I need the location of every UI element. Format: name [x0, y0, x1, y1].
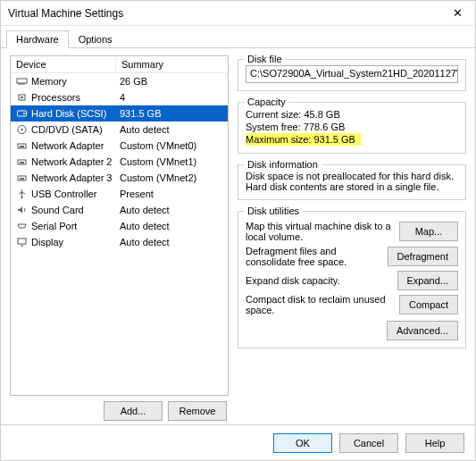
cancel-button[interactable]: Cancel	[339, 433, 398, 453]
device-name: Processors	[31, 92, 120, 103]
add-button[interactable]: Add...	[104, 401, 163, 421]
table-row[interactable]: Network Adapter 3Custom (VMnet2)	[11, 170, 228, 186]
ok-button[interactable]: OK	[273, 433, 332, 453]
tabstrip: Hardware Options	[1, 26, 475, 48]
svg-point-10	[21, 129, 22, 130]
svg-point-8	[23, 113, 25, 114]
svg-rect-0	[17, 79, 27, 83]
expand-button[interactable]: Expand...	[397, 271, 458, 290]
remove-button[interactable]: Remove	[168, 401, 227, 421]
col-summary: Summary	[116, 56, 228, 72]
defragment-button[interactable]: Defragment	[388, 247, 458, 266]
help-button[interactable]: Help	[405, 433, 464, 453]
table-row[interactable]: Sound CardAuto detect	[11, 202, 228, 218]
device-summary: Custom (VMnet1)	[120, 156, 224, 167]
device-table-header: Device Summary	[11, 56, 228, 73]
dialog-body: Device Summary Memory26 GBProcessors4Har…	[1, 48, 475, 424]
device-name: Serial Port	[31, 221, 120, 231]
capacity-current: Current size: 45.8 GB	[246, 108, 458, 121]
device-name: Network Adapter 3	[31, 172, 120, 183]
disk-file-legend: Disk file	[244, 55, 286, 64]
device-list[interactable]: Memory26 GBProcessors4Hard Disk (SCSI)93…	[11, 73, 228, 395]
svg-rect-16	[20, 178, 24, 180]
capacity-sysfree: System free: 778.6 GB	[246, 121, 458, 133]
display-icon	[14, 236, 29, 248]
disk-info-line2: Hard disk contents are stored in a singl…	[246, 181, 458, 192]
device-summary: 26 GB	[120, 76, 224, 87]
cpu-icon	[14, 91, 29, 104]
table-row[interactable]: Network Adapter 2Custom (VMnet1)	[11, 154, 228, 170]
net-icon	[14, 172, 29, 184]
tab-options[interactable]: Options	[69, 30, 122, 48]
disk-icon	[14, 107, 29, 120]
serial-icon	[14, 220, 29, 232]
device-name: Network Adapter	[31, 140, 120, 151]
advanced-button[interactable]: Advanced...	[387, 321, 458, 340]
capacity-max: Maximum size: 931.5 GB	[246, 133, 361, 146]
disk-file-path[interactable]: C:\SO72900A_Virtual_System21HD_20201127\…	[246, 65, 458, 83]
device-summary: Present	[120, 189, 224, 199]
svg-rect-12	[20, 146, 24, 147]
col-device: Device	[11, 56, 116, 72]
device-actions: Add... Remove	[10, 396, 229, 421]
compact-button[interactable]: Compact	[399, 295, 458, 314]
device-summary: Auto detect	[120, 237, 224, 247]
compact-text: Compact disk to reclaim unused space.	[246, 294, 394, 315]
disk-util-group: Disk utilities Map this virtual machine …	[238, 211, 466, 348]
table-row[interactable]: Memory26 GB	[11, 73, 228, 89]
net-icon	[14, 155, 29, 168]
cd-icon	[14, 123, 29, 136]
device-name: Hard Disk (SCSI)	[31, 108, 120, 119]
titlebar: Virtual Machine Settings ✕	[1, 1, 475, 26]
svg-point-17	[21, 197, 22, 198]
disk-info-legend: Disk information	[244, 159, 322, 170]
disk-util-legend: Disk utilities	[244, 205, 303, 216]
svg-rect-6	[21, 96, 23, 98]
table-row[interactable]: Hard Disk (SCSI)931.5 GB	[11, 105, 228, 122]
table-row[interactable]: CD/DVD (SATA)Auto detect	[11, 122, 228, 138]
sound-icon	[14, 204, 29, 216]
device-name: Display	[31, 237, 120, 247]
table-row[interactable]: USB ControllerPresent	[11, 186, 228, 202]
device-name: Network Adapter 2	[31, 156, 120, 167]
device-summary: Custom (VMnet0)	[120, 140, 224, 151]
device-summary: Auto detect	[120, 221, 224, 231]
device-name: CD/DVD (SATA)	[31, 124, 120, 135]
capacity-group: Capacity Current size: 45.8 GB System fr…	[238, 102, 466, 154]
usb-icon	[14, 188, 29, 200]
disk-info-group: Disk information Disk space is not preal…	[238, 164, 466, 200]
device-name: Memory	[31, 76, 120, 87]
table-row[interactable]: Processors4	[11, 89, 228, 105]
expand-text: Expand disk capacity.	[246, 275, 392, 286]
device-summary: 4	[120, 92, 224, 103]
vm-settings-window: Virtual Machine Settings ✕ Hardware Opti…	[0, 0, 476, 461]
map-text: Map this virtual machine disk to a local…	[246, 221, 394, 242]
device-summary: Auto detect	[120, 205, 224, 215]
defrag-text: Defragment files and consolidate free sp…	[246, 246, 382, 267]
device-summary: Custom (VMnet2)	[120, 172, 224, 183]
bottom-bar: OK Cancel Help	[1, 424, 475, 460]
table-row[interactable]: DisplayAuto detect	[11, 234, 228, 250]
tab-hardware[interactable]: Hardware	[6, 30, 69, 48]
device-summary: Auto detect	[120, 124, 224, 135]
disk-file-group: Disk file C:\SO72900A_Virtual_System21HD…	[238, 59, 466, 91]
net-icon	[14, 139, 29, 152]
right-pane: Disk file C:\SO72900A_Virtual_System21HD…	[238, 55, 466, 421]
svg-rect-14	[20, 162, 24, 163]
close-icon[interactable]: ✕	[447, 6, 468, 20]
table-row[interactable]: Network AdapterCustom (VMnet0)	[11, 138, 228, 154]
memory-icon	[14, 75, 29, 88]
table-row[interactable]: Serial PortAuto detect	[11, 218, 228, 234]
device-name: USB Controller	[31, 189, 120, 199]
map-button[interactable]: Map...	[399, 222, 458, 241]
device-summary: 931.5 GB	[120, 108, 224, 119]
svg-rect-18	[18, 239, 26, 244]
window-title: Virtual Machine Settings	[8, 7, 447, 20]
capacity-legend: Capacity	[244, 96, 289, 107]
device-table: Device Summary Memory26 GBProcessors4Har…	[10, 55, 229, 396]
left-pane: Device Summary Memory26 GBProcessors4Har…	[10, 55, 229, 421]
disk-info-line1: Disk space is not preallocated for this …	[246, 171, 458, 181]
device-name: Sound Card	[31, 205, 120, 215]
